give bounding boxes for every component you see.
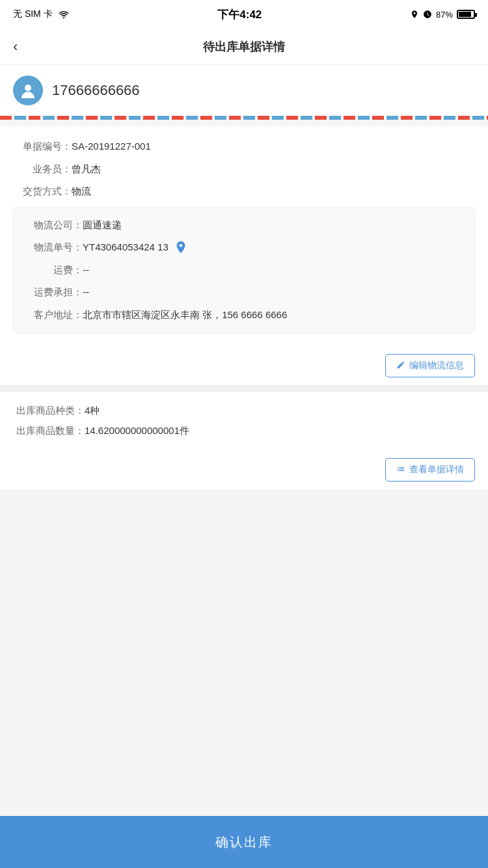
status-bar: 无 SIM 卡 下午4:42 87% bbox=[0, 0, 488, 29]
back-button[interactable]: ‹ bbox=[13, 38, 18, 55]
salesperson-row: 业务员： 曾凡杰 bbox=[13, 162, 475, 177]
goods-quantity-label: 出库商品数量： bbox=[13, 425, 85, 437]
delivery-method-row: 交货方式： 物流 bbox=[13, 184, 475, 199]
goods-type-label: 出库商品种类： bbox=[13, 405, 85, 417]
view-detail-button[interactable]: 查看单据详情 bbox=[385, 458, 475, 481]
goods-type-value: 4种 bbox=[85, 405, 100, 417]
logistics-card: 物流公司： 圆通速递 物流单号： YT43064053424 13 运费： --… bbox=[13, 207, 475, 334]
logistics-company-row: 物流公司： 圆通速递 bbox=[24, 218, 464, 233]
status-left: 无 SIM 卡 bbox=[13, 8, 70, 20]
view-detail-wrap: 查看单据详情 bbox=[0, 450, 488, 489]
logistics-tracking-value-wrap: YT43064053424 13 bbox=[83, 240, 464, 255]
user-icon bbox=[19, 81, 37, 100]
logistics-company-label: 物流公司： bbox=[24, 218, 83, 233]
battery-text: 87% bbox=[436, 10, 453, 20]
main-content: 17666666666 单据编号： SA-20191227-001 业务员： 曾… bbox=[0, 65, 488, 678]
basic-info-section: 单据编号： SA-20191227-001 业务员： 曾凡杰 交货方式： 物流 … bbox=[0, 126, 488, 346]
delivery-method-label: 交货方式： bbox=[13, 184, 72, 199]
tracking-location-icon[interactable] bbox=[174, 240, 188, 254]
customer-header: 17666666666 bbox=[0, 65, 488, 116]
document-number-label: 单据编号： bbox=[13, 139, 72, 154]
goods-quantity-row: 出库商品数量： 14.620000000000001件 bbox=[13, 425, 475, 437]
goods-type-row: 出库商品种类： 4种 bbox=[13, 405, 475, 417]
carrier-text: 无 SIM 卡 bbox=[13, 8, 53, 20]
battery-icon bbox=[457, 10, 475, 19]
logistics-freight-bearer-value: -- bbox=[83, 285, 464, 300]
wifi-icon bbox=[58, 10, 70, 19]
dashed-divider bbox=[0, 116, 488, 120]
delivery-method-value: 物流 bbox=[72, 184, 475, 199]
salesperson-value: 曾凡杰 bbox=[72, 162, 475, 177]
view-detail-label: 查看单据详情 bbox=[409, 464, 464, 476]
status-time: 下午4:42 bbox=[217, 7, 262, 22]
svg-point-0 bbox=[25, 85, 31, 91]
logistics-tracking-label: 物流单号： bbox=[24, 240, 83, 255]
status-right: 87% bbox=[410, 10, 475, 20]
edit-logistics-label: 编辑物流信息 bbox=[409, 360, 464, 372]
logistics-freight-bearer-label: 运费承担： bbox=[24, 285, 83, 300]
logistics-freight-row: 运费： -- bbox=[24, 263, 464, 278]
document-number-row: 单据编号： SA-20191227-001 bbox=[13, 139, 475, 154]
confirm-button-label: 确认出库 bbox=[215, 834, 273, 851]
page-title: 待出库单据详情 bbox=[203, 39, 285, 55]
location-status-icon bbox=[410, 10, 419, 19]
customer-phone: 17666666666 bbox=[52, 82, 140, 99]
edit-logistics-button[interactable]: 编辑物流信息 bbox=[385, 354, 475, 377]
goods-quantity-value: 14.620000000000001件 bbox=[85, 425, 189, 437]
salesperson-label: 业务员： bbox=[13, 162, 72, 177]
view-detail-icon bbox=[396, 465, 405, 476]
logistics-tracking-number: YT43064053424 13 bbox=[83, 240, 169, 255]
edit-icon bbox=[396, 360, 405, 372]
logistics-company-value: 圆通速递 bbox=[83, 218, 464, 233]
confirm-button[interactable]: 确认出库 bbox=[0, 816, 488, 868]
document-number-value: SA-20191227-001 bbox=[72, 139, 475, 154]
avatar bbox=[13, 75, 43, 105]
logistics-freight-label: 运费： bbox=[24, 263, 83, 278]
nav-bar: ‹ 待出库单据详情 bbox=[0, 29, 488, 65]
logistics-freight-value: -- bbox=[83, 263, 464, 278]
edit-logistics-wrap: 编辑物流信息 bbox=[0, 346, 488, 385]
logistics-tracking-row: 物流单号： YT43064053424 13 bbox=[24, 240, 464, 255]
logistics-freight-bearer-row: 运费承担： -- bbox=[24, 285, 464, 300]
alarm-status-icon bbox=[423, 10, 432, 19]
goods-section: 出库商品种类： 4种 出库商品数量： 14.620000000000001件 bbox=[0, 392, 488, 450]
spacer bbox=[0, 489, 488, 619]
logistics-address-label: 客户地址： bbox=[24, 308, 83, 323]
section-separator-1 bbox=[0, 385, 488, 392]
logistics-address-value: 北京市市辖区海淀区永丰南 张，156 6666 6666 bbox=[83, 308, 464, 323]
logistics-address-row: 客户地址： 北京市市辖区海淀区永丰南 张，156 6666 6666 bbox=[24, 308, 464, 323]
